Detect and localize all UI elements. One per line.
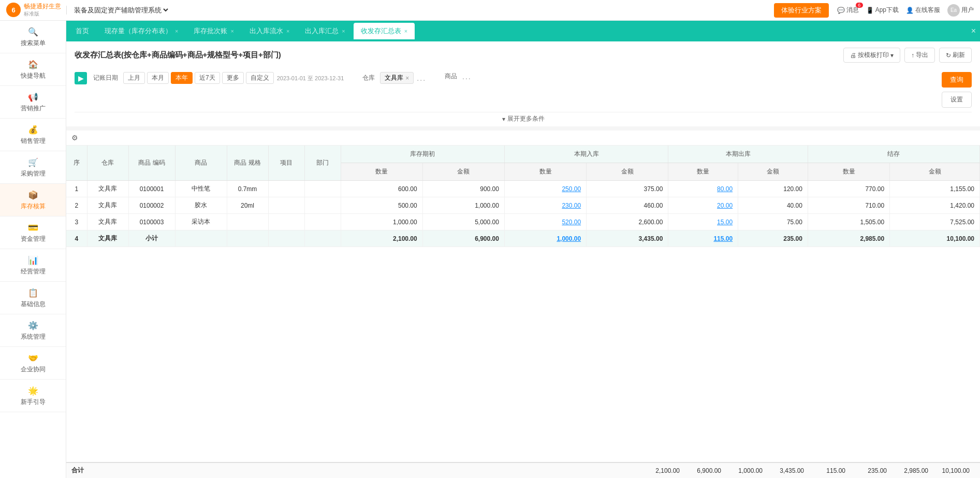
row3-open-qty: 1,000.00 [341,214,422,230]
expand-button[interactable]: ▾ 展开更多条件 [502,114,545,123]
row3-out-qty[interactable]: 15.00 [668,214,738,230]
sidebar-item-operations[interactable]: 📊 经营管理 [0,249,66,282]
row1-in-qty[interactable]: 250.00 [504,181,586,197]
row2-out-qty[interactable]: 20.00 [668,197,738,214]
tab-receive-summary[interactable]: 收发存汇总表 × [354,23,415,39]
date-custom[interactable]: 自定义 [246,72,274,84]
sidebar-item-newbie[interactable]: 🌟 新手引导 [0,380,66,412]
online-service-item[interactable]: 👤 在线客服 [906,6,940,15]
app-download-label: App下载 [875,6,899,15]
app-download-item[interactable]: 📱 App下载 [866,6,899,15]
subtotal-empty2 [227,230,268,247]
print-button[interactable]: 🖨 按模板打印 ▾ [843,48,900,63]
tab-stock-dist-close[interactable]: × [175,28,178,34]
system-selector[interactable]: 装备及固定资产辅助管理系统 [72,6,170,15]
footer-label: 合计 [71,466,289,475]
row3-warehouse: 文具库 [87,214,128,230]
export-button[interactable]: ↑ 导出 [904,48,935,63]
sidebar-item-purchase[interactable]: 🛒 采购管理 [0,151,66,184]
user-item[interactable]: Ea 用户 [947,4,974,17]
expand-icon: ▾ [502,115,505,123]
row3-bal-qty: 1,505.00 [808,214,889,230]
tab-home[interactable]: 首页 [68,23,96,39]
date-more[interactable]: 更多 [222,72,244,84]
message-item[interactable]: 💬 消息 6 [837,6,859,15]
row3-dept [304,214,341,230]
row2-in-qty[interactable]: 230.00 [504,197,586,214]
row3-out-amt: 75.00 [738,214,808,230]
service-icon: 👤 [906,7,914,14]
warehouse-tag[interactable]: 文具库 × [380,72,414,84]
user-label: 用户 [961,6,974,15]
avatar: Ea [947,4,960,17]
row2-code: 0100002 [128,197,175,214]
tab-batch[interactable]: 库存批次账 × [186,23,241,39]
search-icon: 🔍 [28,27,38,37]
tab-receive-summary-label: 收发存汇总表 [361,26,401,36]
row2-warehouse: 文具库 [87,197,128,214]
tab-bar-close-all[interactable]: × [971,26,976,36]
warehouse-label: 仓库 [362,74,375,82]
settings-button[interactable]: 设置 [942,92,972,108]
table-wrapper: ⚙ 序 仓库 商品 编码 商品 商品 规格 项目 部门 库存期初 [66,131,980,462]
subtotal-label: 小计 [128,230,175,247]
row3-in-qty[interactable]: 520.00 [504,214,586,230]
tab-batch-close[interactable]: × [230,28,233,34]
refresh-button[interactable]: ↻ 刷新 [939,48,972,63]
col-inbound-header: 本期入库 [504,146,668,163]
row1-open-qty: 600.00 [341,181,422,197]
tab-inout-summary[interactable]: 出入库汇总 × [298,23,352,39]
sidebar-item-base-info[interactable]: 📋 基础信息 [0,282,66,314]
sidebar-item-marketing[interactable]: 📢 营销推广 [0,86,66,119]
top-actions: 体验行业方案 💬 消息 6 📱 App下载 👤 在线客服 Ea 用户 [774,3,974,18]
row2-open-amt: 1,000.00 [422,197,504,214]
tab-inout-summary-close[interactable]: × [342,28,345,34]
sidebar-item-inventory[interactable]: 📦 库存核算 [0,184,66,216]
box-icon: 📦 [28,190,38,200]
sidebar-item-finance[interactable]: 💳 资金管理 [0,216,66,249]
row2-project [268,197,304,214]
sidebar-item-quick-nav[interactable]: 🏠 快捷导航 [0,53,66,86]
tab-inout-flow-close[interactable]: × [286,28,289,34]
sidebar-item-system[interactable]: ⚙️ 系统管理 [0,314,66,347]
sidebar-item-sales[interactable]: 💰 销售管理 [0,119,66,151]
tab-inout-flow[interactable]: 出入库流水 × [242,23,297,39]
footer-bal-qty: 2,985.00 [892,467,933,474]
sidebar-item-enterprise[interactable]: 🤝 企业协同 [0,347,66,380]
subtotal-out-amt: 235.00 [738,230,808,247]
logo-icon: 6 [6,3,21,17]
online-service-label: 在线客服 [915,6,940,15]
table-settings-icon[interactable]: ⚙ [71,134,78,142]
query-button[interactable]: 查询 [942,72,972,88]
row1-out-qty[interactable]: 80.00 [668,181,738,197]
date-last7days[interactable]: 近7天 [195,72,220,84]
card-icon: 💳 [28,223,38,233]
refresh-icon: ↻ [946,52,951,59]
sidebar-item-search[interactable]: 🔍 搜索菜单 [0,21,66,53]
footer-spacer: 2,100.00 6,900.00 1,000.00 3,435.00 115.… [294,467,975,474]
home-icon: 🏠 [28,60,38,69]
subtotal-in-qty[interactable]: 1,000.00 [504,230,586,247]
warehouse-ellipsis[interactable]: ... [417,74,426,82]
date-this-month[interactable]: 本月 [147,72,169,84]
print-icon: 🖨 [850,52,856,59]
col-out-qty: 数量 [668,163,738,181]
row1-warehouse: 文具库 [87,181,128,197]
goods-ellipsis[interactable]: ... [462,73,472,81]
tab-receive-summary-close[interactable]: × [404,28,407,34]
subtotal-empty4 [304,230,341,247]
tab-stock-dist[interactable]: 现存量（库存分布表） × [97,23,185,39]
subtotal-out-qty[interactable]: 115.00 [668,230,738,247]
expand-row: ▾ 展开更多条件 [75,112,972,126]
warehouse-tag-close[interactable]: × [405,75,409,82]
row1-bal-amt: 1,155.00 [890,181,980,197]
date-prev-month[interactable]: 上月 [123,72,145,84]
filter-toggle[interactable]: ▶ [75,72,87,84]
data-table: 序 仓库 商品 编码 商品 商品 规格 项目 部门 库存期初 本期入库 本期出库… [66,146,980,247]
col-name-header: 商品 [175,146,227,181]
subtotal-open-amt: 6,900.00 [422,230,504,247]
date-this-year[interactable]: 本年 [171,72,193,84]
trial-button[interactable]: 体验行业方案 [774,3,829,18]
table-footer: 合计 2,100.00 6,900.00 1,000.00 3,435.00 1… [66,462,980,478]
top-bar: 6 畅捷通好生意 标准版 装备及固定资产辅助管理系统 体验行业方案 💬 消息 6… [0,0,980,21]
